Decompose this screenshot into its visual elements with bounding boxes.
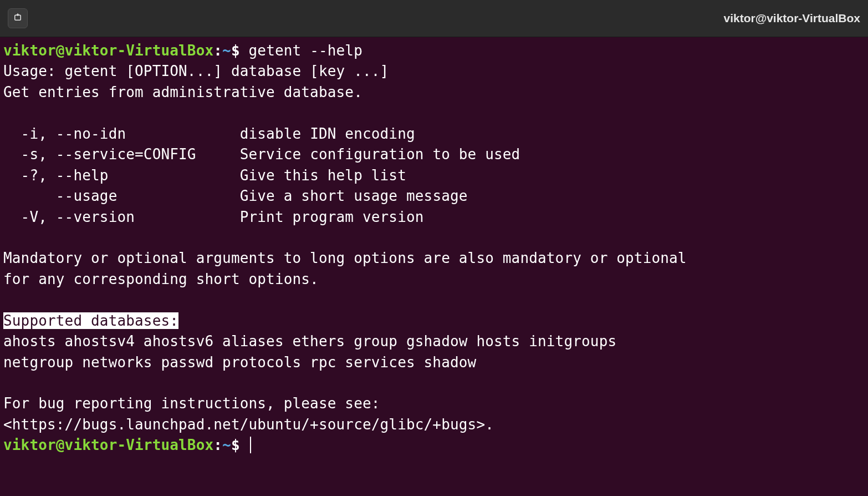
option-line: -?, --help Give this help list	[3, 167, 406, 184]
output-usage: Usage: getent [OPTION...] database [key …	[3, 63, 389, 79]
terminal-area[interactable]: viktor@viktor-VirtualBox:~$ getent --hel…	[0, 37, 868, 459]
window-title: viktor@viktor-VirtualBox	[724, 12, 860, 25]
output-desc: Get entries from administrative database…	[3, 84, 362, 100]
prompt-symbol: $	[231, 437, 240, 453]
prompt-symbol: $	[231, 42, 240, 59]
option-line: -s, --service=CONFIG Service configurati…	[3, 146, 520, 163]
output-mandatory-1: Mandatory or optional arguments to long …	[3, 250, 687, 266]
output-databases-2: netgroup networks passwd protocols rpc s…	[3, 354, 476, 371]
new-tab-button[interactable]	[8, 8, 28, 28]
prompt-user-host: viktor@viktor-VirtualBox	[3, 437, 213, 453]
prompt-user-host: viktor@viktor-VirtualBox	[3, 42, 213, 59]
prompt-sep: :	[213, 437, 222, 453]
prompt-sep: :	[213, 42, 222, 59]
titlebar: viktor@viktor-VirtualBox	[0, 0, 868, 37]
command-text: getent --help	[249, 42, 362, 59]
option-line: --usage Give a short usage message	[3, 188, 468, 204]
option-line: -i, --no-idn disable IDN encoding	[3, 125, 415, 142]
output-mandatory-2: for any corresponding short options.	[3, 271, 319, 287]
output-databases-1: ahosts ahostsv4 ahostsv6 aliases ethers …	[3, 333, 616, 350]
option-line: -V, --version Print program version	[3, 209, 424, 225]
output-bug-1: For bug reporting instructions, please s…	[3, 395, 380, 412]
new-tab-icon	[13, 12, 23, 24]
prompt-path: ~	[222, 42, 231, 59]
prompt-path: ~	[222, 437, 231, 453]
output-bug-2: <https://bugs.launchpad.net/ubuntu/+sour…	[3, 416, 494, 433]
cursor	[250, 437, 251, 453]
output-supported-label: Supported databases:	[3, 312, 178, 329]
